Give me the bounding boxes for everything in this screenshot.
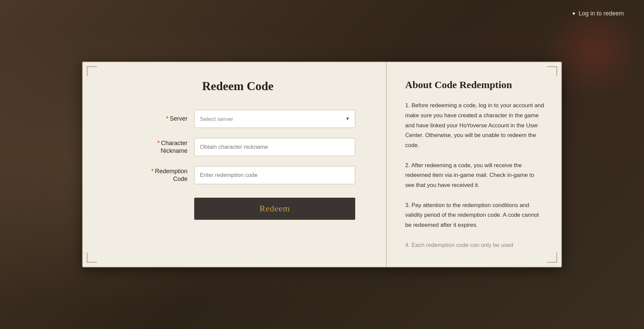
server-select-wrapper: Select server America Europe Asia TW/HK/… <box>194 110 355 128</box>
character-nickname-input[interactable] <box>194 138 355 156</box>
server-label: *Server <box>120 115 187 123</box>
login-star-icon: ✦ <box>572 10 576 17</box>
nickname-required-star: * <box>157 139 160 146</box>
server-select[interactable]: Select server America Europe Asia TW/HK/… <box>194 110 355 128</box>
info-title: About Code Redemption <box>405 79 544 90</box>
character-nickname-label: *CharacterNickname <box>120 139 187 155</box>
redemption-code-input[interactable] <box>194 166 355 184</box>
redemption-code-field-row: *RedemptionCode <box>120 166 355 184</box>
redemption-code-label: *RedemptionCode <box>120 167 187 183</box>
login-button-label: Log in to redeem <box>579 10 624 17</box>
login-button[interactable]: ✦ Log in to redeem <box>572 10 624 17</box>
server-required-star: * <box>166 115 168 122</box>
info-paragraph-3: 3. Pay attention to the redemption condi… <box>405 200 544 230</box>
server-field-row: *Server Select server America Europe Asi… <box>120 110 355 128</box>
info-paragraph-2: 2. After redeeming a code, you will rece… <box>405 160 544 190</box>
info-text-body: 1. Before redeeming a code, log in to yo… <box>405 101 544 250</box>
redeem-button[interactable]: Redeem <box>194 198 355 220</box>
character-nickname-field-row: *CharacterNickname <box>120 138 355 156</box>
form-title: Redeem Code <box>202 79 274 93</box>
corner-decoration-br <box>547 253 557 263</box>
redeem-dialog: Redeem Code *Server Select server Americ… <box>82 62 562 267</box>
info-paragraph-1: 1. Before redeeming a code, log in to yo… <box>405 101 544 150</box>
code-required-star: * <box>151 168 154 174</box>
form-panel: Redeem Code *Server Select server Americ… <box>83 62 387 267</box>
info-paragraph-4: 4. Each redemption code can only be used <box>405 240 544 250</box>
corner-decoration-tr <box>547 66 557 76</box>
form-body: *Server Select server America Europe Asi… <box>120 110 355 220</box>
info-panel: About Code Redemption 1. Before redeemin… <box>387 62 561 267</box>
